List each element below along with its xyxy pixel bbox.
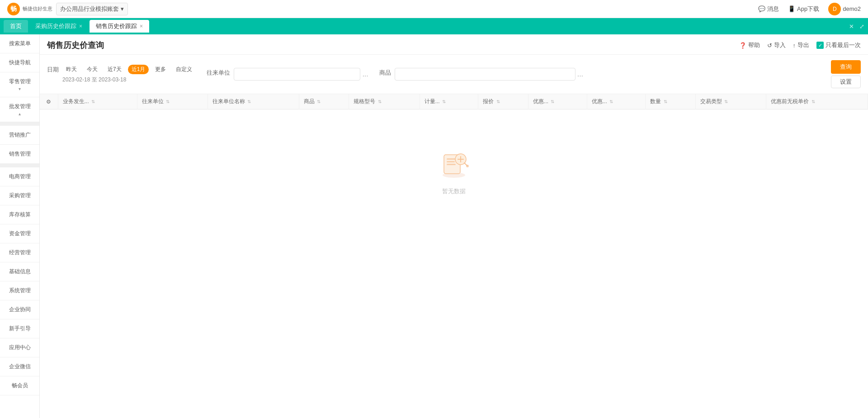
table-container: ⚙ 业务发生... ⇅ 往来单位 ⇅ 往来单位名称 ⇅ [40, 94, 868, 418]
product-input[interactable] [395, 68, 576, 81]
date-btn-7days[interactable]: 近7天 [104, 65, 125, 74]
tab-home-label: 首页 [10, 22, 22, 30]
logo-area: 畅 畅捷信好生意 [7, 3, 52, 15]
date-btn-yesterday[interactable]: 昨天 [62, 65, 80, 74]
date-btn-1month[interactable]: 近1月 [128, 65, 149, 74]
col-product-label: 商品 [304, 98, 315, 104]
sidebar-item-enterprise-coop[interactable]: 企业协同 [0, 300, 39, 319]
date-options: 昨天 今天 近7天 近1月 更多 自定义 [62, 65, 196, 74]
date-filter-content: 昨天 今天 近7天 近1月 更多 自定义 2023-02-18 至 2023-0… [62, 65, 196, 84]
col-trade-type[interactable]: 交易类型 ⇅ [696, 94, 766, 109]
col-gear[interactable]: ⚙ [40, 94, 58, 109]
import-label: 导入 [774, 41, 786, 49]
col-counterpart-name[interactable]: 往来单位名称 ⇅ [208, 94, 299, 109]
page-title: 销售历史价查询 [47, 40, 104, 51]
app-center-label: 应用中心 [9, 344, 31, 352]
sidebar-item-membership[interactable]: 畅会员 [0, 376, 39, 395]
wholesale-mgmt-label: 批发管理 [9, 103, 31, 110]
col-biz-date-label: 业务发生... [63, 98, 89, 104]
sidebar-item-quick-nav[interactable]: 快捷导航 [0, 53, 39, 72]
sidebar-item-ecommerce-mgmt[interactable]: 电商管理 [0, 167, 39, 186]
sidebar-item-basic-info[interactable]: 基础信息 [0, 262, 39, 281]
col-unit[interactable]: 计量... ⇅ [420, 94, 478, 109]
counterpart-picker-icon[interactable]: ... [362, 70, 368, 78]
sidebar-item-sys-mgmt[interactable]: 系统管理 [0, 281, 39, 300]
settings-button[interactable]: 设置 [831, 76, 861, 88]
tab-sales-history[interactable]: 销售历史价跟踪 × [90, 20, 149, 33]
tab-purchase-close[interactable]: × [79, 23, 82, 29]
dropdown-icon: ▾ [121, 5, 124, 12]
date-filter-group: 日期 昨天 今天 近7天 近1月 更多 自定义 2023-02-18 至 202… [47, 65, 196, 84]
col-counterpart-code[interactable]: 往来单位 ⇅ [137, 94, 208, 109]
col-biz-date[interactable]: 业务发生... ⇅ [58, 94, 137, 109]
sort-arrows-quote: ⇅ [496, 99, 500, 104]
col-discount2-label: 优惠... [592, 98, 607, 104]
counterpart-input[interactable] [234, 68, 360, 81]
app-selector-label: 办公用品行业模拟账套 [60, 5, 119, 13]
col-spec[interactable]: 规格型号 ⇅ [349, 94, 420, 109]
page-actions: ❓ 帮助 ↺ 导入 ↑ 导出 ✓ 只看最后一次 [739, 41, 861, 49]
tab-sales-label: 销售历史价跟踪 [96, 22, 137, 30]
message-icon: 💬 [758, 5, 765, 12]
col-unit-label: 计量... [425, 98, 440, 104]
sort-arrows-product: ⇅ [317, 99, 321, 104]
col-trade-type-label: 交易类型 [700, 98, 722, 104]
sidebar-item-beginner-guide[interactable]: 新手引导 [0, 319, 39, 338]
help-btn[interactable]: ❓ 帮助 [739, 41, 760, 49]
col-qty[interactable]: 数量 ⇅ [646, 94, 696, 109]
tab-home[interactable]: 首页 [4, 20, 28, 33]
data-table: ⚙ 业务发生... ⇅ 往来单位 ⇅ 往来单位名称 ⇅ [40, 94, 868, 109]
export-btn[interactable]: ↑ 导出 [793, 41, 810, 49]
svg-point-9 [466, 165, 469, 167]
sidebar-item-wholesale-mgmt[interactable]: 批发管理 ▴ [0, 97, 39, 122]
col-qty-label: 数量 [650, 98, 661, 104]
close-window-icon[interactable]: ✕ [849, 23, 854, 30]
col-product[interactable]: 商品 ⇅ [299, 94, 349, 109]
basic-info-label: 基础信息 [9, 268, 31, 276]
col-spec-label: 规格型号 [354, 98, 375, 104]
svg-rect-4 [447, 164, 456, 165]
col-discount2[interactable]: 优惠... ⇅ [587, 94, 646, 109]
sidebar-item-marketing[interactable]: 营销推广 [0, 126, 39, 145]
help-icon: ❓ [739, 42, 746, 49]
col-quote-label: 报价 [483, 98, 494, 104]
filter-actions: 查询 设置 [831, 60, 861, 88]
date-btn-more[interactable]: 更多 [151, 65, 170, 74]
last-only-checkbox[interactable]: ✓ [816, 42, 824, 49]
date-btn-today[interactable]: 今天 [83, 65, 101, 74]
sidebar-item-sales-mgmt[interactable]: 销售管理 [0, 145, 39, 164]
app-selector[interactable]: 办公用品行业模拟账套 ▾ [56, 3, 128, 15]
sidebar-item-search-menu[interactable]: 搜索菜单 [0, 34, 39, 53]
sidebar-item-finance-mgmt[interactable]: 资金管理 [0, 224, 39, 243]
sort-arrows-trade-type: ⇅ [724, 99, 728, 104]
query-button[interactable]: 查询 [831, 60, 861, 74]
sidebar-item-app-center[interactable]: 应用中心 [0, 338, 39, 357]
empty-icon [436, 146, 472, 182]
sort-arrows-biz-date: ⇅ [91, 99, 95, 104]
enterprise-coop-label: 企业协同 [9, 306, 31, 314]
col-pretax-price[interactable]: 优惠前无税单价 ⇅ [766, 94, 868, 109]
restore-window-icon[interactable]: ⤢ [859, 23, 864, 30]
sort-arrows-spec: ⇅ [378, 99, 382, 104]
product-picker-icon[interactable]: ... [577, 70, 583, 78]
tab-purchase-history[interactable]: 采购历史价跟踪 × [29, 20, 89, 33]
sidebar-item-purchase-mgmt[interactable]: 采购管理 [0, 186, 39, 205]
sidebar-item-inventory-calc[interactable]: 库存核算 [0, 205, 39, 224]
logo-text: 畅捷信好生意 [23, 5, 52, 12]
sidebar-item-retail-mgmt[interactable]: 零售管理 ▾ [0, 72, 39, 97]
finance-mgmt-label: 资金管理 [9, 230, 31, 238]
sidebar-item-enterprise-wechat[interactable]: 企业微信 [0, 357, 39, 376]
tab-bar: 首页 采购历史价跟踪 × 销售历史价跟踪 × ✕ ⤢ [0, 18, 868, 34]
user-area[interactable]: D demo2 [828, 3, 861, 15]
date-btn-custom[interactable]: 自定义 [172, 65, 196, 74]
app-download-btn[interactable]: 📱 App下载 [788, 5, 819, 13]
last-only-toggle[interactable]: ✓ 只看最后一次 [816, 41, 861, 49]
import-btn[interactable]: ↺ 导入 [767, 41, 786, 49]
date-range-display: 2023-02-18 至 2023-03-18 [62, 76, 196, 84]
col-quote[interactable]: 报价 ⇅ [478, 94, 528, 109]
message-btn[interactable]: 💬 消息 [758, 5, 779, 13]
user-name: demo2 [843, 5, 861, 12]
col-discount1[interactable]: 优惠... ⇅ [528, 94, 587, 109]
tab-sales-close[interactable]: × [140, 23, 143, 29]
sidebar-item-ops-mgmt[interactable]: 经营管理 [0, 243, 39, 262]
